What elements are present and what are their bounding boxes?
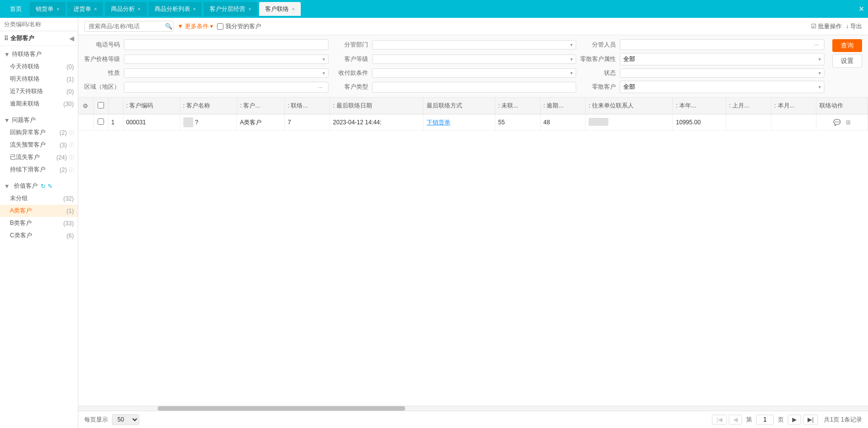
expand-icon[interactable]: ⊞ bbox=[846, 119, 851, 126]
nav-tab-analysis[interactable]: 商品分析 × bbox=[105, 2, 147, 16]
close-customer-layer-icon[interactable]: × bbox=[248, 6, 251, 12]
filter-customer-type: 客户类型 bbox=[332, 82, 577, 93]
value-refresh-icon[interactable]: ↻ bbox=[41, 183, 46, 190]
retail-attr-label: 零散客户属性 bbox=[580, 55, 620, 63]
retail-label: 零散客户 bbox=[580, 83, 620, 91]
pending-triangle-icon: ▼ bbox=[4, 51, 10, 58]
customer-level-select[interactable]: ▾ bbox=[372, 54, 577, 64]
nature-select[interactable]: ▾ bbox=[124, 68, 328, 78]
filter-search-icon[interactable]: 🔍 bbox=[165, 23, 172, 30]
nav-tab-customer-layer[interactable]: 客户分层经营 × bbox=[204, 2, 257, 16]
customer-type-input[interactable] bbox=[372, 82, 577, 93]
overdue-label: 逾期未联络 bbox=[10, 100, 40, 108]
sidebar-item-tomorrow[interactable]: 明天待联络 (1) bbox=[0, 73, 78, 85]
last-page-btn[interactable]: ▶| bbox=[803, 415, 818, 425]
7days-count: (0) bbox=[66, 88, 74, 95]
page-total-label: 共1页 1条记录 bbox=[824, 416, 862, 424]
export-btn[interactable]: ↓ 导出 bbox=[846, 22, 862, 31]
value-group-label: 价值客户 bbox=[14, 182, 38, 190]
batch-op-label: 批量操作 bbox=[818, 22, 842, 31]
sidebar-item-b-class[interactable]: B类客户 (33) bbox=[0, 217, 78, 229]
page-number-input[interactable] bbox=[756, 415, 774, 425]
dept-label: 分管部门 bbox=[332, 41, 372, 49]
pending-group-header[interactable]: ▼ 待联络客户 bbox=[0, 48, 78, 60]
close-analysis-icon[interactable]: × bbox=[138, 6, 141, 12]
close-analysis-list-icon[interactable]: × bbox=[193, 6, 196, 12]
nav-close-all-btn[interactable]: × bbox=[859, 4, 864, 14]
payment-chevron-icon: ▾ bbox=[570, 70, 573, 76]
problem-triangle-icon: ▼ bbox=[4, 117, 10, 124]
payment-select[interactable]: ▾ bbox=[372, 68, 577, 78]
sidebar-item-c-class[interactable]: C类客户 (6) bbox=[0, 229, 78, 242]
col-overdue: : 逾期... bbox=[540, 98, 585, 114]
batch-op-btn[interactable]: ☑ 批量操作 bbox=[811, 22, 842, 31]
query-button[interactable]: 查询 bbox=[832, 39, 862, 52]
table-gear-icon[interactable]: ⚙ bbox=[83, 103, 88, 109]
filter-customer-level: 客户等级 ▾ bbox=[332, 54, 577, 64]
problem-group-header[interactable]: ▼ 问题客户 bbox=[0, 114, 78, 126]
b-class-count: (33) bbox=[63, 220, 74, 227]
export-icon: ↓ bbox=[846, 23, 849, 30]
sidebar-item-declining[interactable]: 持续下滑客户 (2) ⓘ bbox=[0, 163, 78, 176]
retail-attr-select[interactable]: 全部 ▾ bbox=[620, 53, 824, 65]
sidebar-item-7days[interactable]: 近7天待联络 (0) bbox=[0, 85, 78, 98]
retail-value: 全部 bbox=[623, 83, 635, 91]
region-dots-icon[interactable]: ··· bbox=[316, 84, 325, 91]
more-filters-label: 更多条件 bbox=[185, 22, 209, 31]
collapse-icon[interactable]: ◀ bbox=[69, 35, 74, 42]
sidebar-item-a-class[interactable]: A类客户 (1) bbox=[0, 205, 78, 217]
phone-input[interactable] bbox=[124, 39, 328, 50]
sidebar-item-abnormal[interactable]: 回购异常客户 (2) ⓘ bbox=[0, 126, 78, 139]
pagination-bar: 每页显示 50 100 200 |◀ ◀ 第 页 ▶ ▶| 共1页 1条记录 bbox=[78, 411, 868, 428]
status-label: 状态 bbox=[580, 69, 620, 77]
filter-retail: 零散客户 全部 ▾ bbox=[580, 81, 824, 93]
all-customers-header[interactable]: ⠿ 全部客户 ◀ bbox=[0, 31, 78, 46]
customer-table: ⚙ : 客户编码 : 客户名称 : 客户... : 联络... : 最后联络日期… bbox=[78, 98, 868, 131]
row-seq-cell: 1 bbox=[108, 114, 123, 131]
sidebar-item-overdue[interactable]: 逾期未联络 (30) bbox=[0, 98, 78, 110]
filter-search-input[interactable] bbox=[89, 23, 163, 30]
close-sales-icon[interactable]: × bbox=[56, 6, 59, 12]
my-customers-checkbox[interactable] bbox=[217, 23, 223, 30]
sidebar-item-today[interactable]: 今天待联络 (0) bbox=[0, 60, 78, 73]
nav-tab-purchase[interactable]: 进货单 × bbox=[67, 2, 103, 16]
tomorrow-count: (1) bbox=[66, 76, 74, 83]
close-purchase-icon[interactable]: × bbox=[94, 6, 97, 12]
price-level-select[interactable]: ▾ bbox=[124, 54, 328, 64]
dept-select[interactable]: ▾ bbox=[372, 40, 577, 50]
value-edit-icon[interactable]: ✎ bbox=[48, 183, 53, 190]
my-customers-filter[interactable]: 我分管的客户 bbox=[217, 22, 261, 31]
row-type-cell: A类客户 bbox=[237, 114, 284, 131]
filter-icon: ▼ bbox=[177, 23, 183, 30]
prev-page-btn[interactable]: ◀ bbox=[729, 415, 742, 425]
nav-tab-sales[interactable]: 销货单 × bbox=[30, 2, 65, 16]
sidebar-search-input[interactable] bbox=[4, 21, 78, 28]
more-filters-btn[interactable]: ▼ 更多条件 ▾ bbox=[177, 22, 213, 31]
select-all-checkbox[interactable] bbox=[98, 102, 104, 108]
row-this-year-cell: 10995.00 bbox=[673, 114, 726, 131]
sidebar-item-losing[interactable]: 流失预警客户 (3) ⓘ bbox=[0, 139, 78, 151]
last-way-link[interactable]: 下销货单 bbox=[427, 119, 450, 126]
scrollbar-thumb[interactable] bbox=[158, 406, 405, 411]
sidebar-item-lost[interactable]: 已流失客户 (24) ⓘ bbox=[0, 151, 78, 163]
row-checkbox[interactable] bbox=[98, 118, 104, 125]
per-page-select[interactable]: 50 100 200 bbox=[112, 414, 139, 425]
today-label: 今天待联络 bbox=[10, 62, 40, 71]
status-select[interactable]: ▾ bbox=[620, 68, 824, 78]
next-page-btn[interactable]: ▶ bbox=[788, 415, 801, 425]
tomorrow-label: 明天待联络 bbox=[10, 75, 40, 83]
row-name-cell[interactable]: ? bbox=[180, 114, 237, 130]
nav-tab-home[interactable]: 首页 bbox=[4, 2, 28, 16]
value-group-header[interactable]: ▼ 价值客户 ↻ ✎ bbox=[0, 180, 78, 192]
first-page-btn[interactable]: |◀ bbox=[712, 415, 727, 425]
nav-tab-customer-contact[interactable]: 客户联络 × bbox=[259, 2, 301, 16]
nav-tab-analysis-list[interactable]: 商品分析列表 × bbox=[149, 2, 202, 16]
lost-info-icon: ⓘ bbox=[69, 154, 74, 161]
chat-icon[interactable]: 💬 bbox=[833, 119, 841, 126]
retail-select[interactable]: 全部 ▾ bbox=[620, 81, 824, 93]
setting-button[interactable]: 设置 bbox=[832, 54, 862, 68]
sidebar-item-unclassified[interactable]: 未分组 (32) bbox=[0, 192, 78, 205]
horizontal-scrollbar[interactable] bbox=[78, 406, 868, 411]
close-customer-contact-icon[interactable]: × bbox=[292, 6, 295, 12]
manager-dots-icon[interactable]: ··· bbox=[812, 41, 821, 48]
